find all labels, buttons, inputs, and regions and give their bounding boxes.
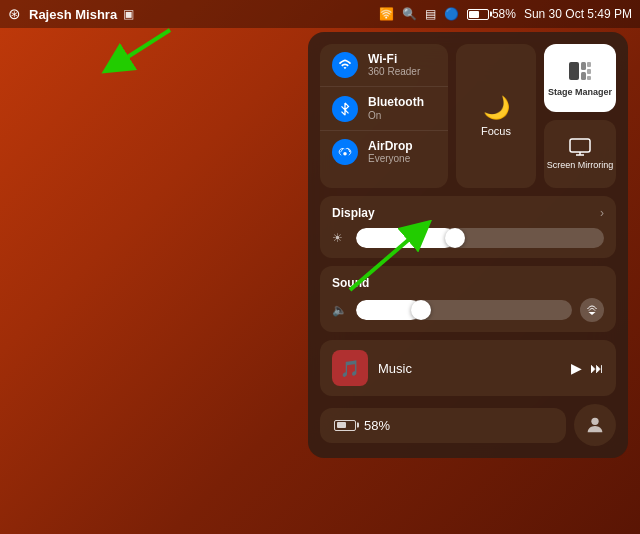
window-switcher-icon[interactable]: ▣ <box>123 7 134 21</box>
svg-rect-7 <box>587 62 591 67</box>
airdrop-icon <box>332 139 358 165</box>
volume-slider-row: 🔈 <box>332 298 604 322</box>
display-section: Display › ☀ <box>320 196 616 258</box>
svg-rect-4 <box>569 62 579 80</box>
music-controls: ▶ ⏭ <box>571 360 604 376</box>
bluetooth-item[interactable]: Bluetooth On <box>320 87 448 130</box>
volume-icon: 🔈 <box>332 303 348 317</box>
screen-mirroring-icon <box>569 138 591 156</box>
search-menubar-icon[interactable]: 🔍 <box>402 7 417 21</box>
apple-icon[interactable]: ⊛ <box>8 5 21 23</box>
battery-inner <box>337 422 347 428</box>
focus-panel[interactable]: 🌙 Focus <box>456 44 536 188</box>
control-center-menubar-icon[interactable]: ▤ <box>425 7 436 21</box>
connectivity-panel: Wi-Fi 360 Reader Bluetooth On <box>320 44 448 188</box>
top-section: Wi-Fi 360 Reader Bluetooth On <box>320 44 616 188</box>
bluetooth-icon <box>332 96 358 122</box>
display-title: Display <box>332 206 375 220</box>
wifi-name: Wi-Fi <box>368 52 436 66</box>
bluetooth-text: Bluetooth On <box>368 95 436 121</box>
bottom-row: 58% <box>320 404 616 446</box>
user-account-button[interactable] <box>574 404 616 446</box>
wifi-menubar-icon[interactable]: 🛜 <box>379 7 394 21</box>
svg-rect-6 <box>581 72 586 80</box>
menubar-time: Sun 30 Oct 5:49 PM <box>524 7 632 21</box>
svg-point-11 <box>591 418 598 425</box>
battery-percent-panel: 58% <box>364 418 390 433</box>
brightness-slider-row: ☀ <box>332 228 604 248</box>
music-play-button[interactable]: ▶ <box>571 360 582 376</box>
brightness-fill <box>356 228 455 248</box>
control-center-panel: Wi-Fi 360 Reader Bluetooth On <box>308 32 628 458</box>
green-arrow-top <box>100 20 180 80</box>
sound-header: Sound <box>332 276 604 290</box>
menubar-app-name: Rajesh Mishra <box>29 7 117 22</box>
battery-status: 58% <box>467 7 516 21</box>
music-artwork: 🎵 <box>332 350 368 386</box>
menubar-left: ⊛ Rajesh Mishra ▣ <box>8 5 379 23</box>
screen-mirroring-label: Screen Mirroring <box>547 160 614 171</box>
menubar: ⊛ Rajesh Mishra ▣ 🛜 🔍 ▤ 🔵 58% Sun 30 Oct… <box>0 0 640 28</box>
battery-bar-icon <box>334 420 356 431</box>
sound-section: Sound 🔈 <box>320 266 616 332</box>
airplay-button[interactable] <box>580 298 604 322</box>
stage-manager-button[interactable]: Stage Manager <box>544 44 616 112</box>
battery-icon <box>467 9 489 20</box>
battery-fill <box>469 11 479 18</box>
stage-manager-icon <box>568 59 592 83</box>
svg-rect-9 <box>587 76 591 80</box>
wifi-sub: 360 Reader <box>368 66 436 78</box>
music-app-title: Music <box>378 361 561 376</box>
svg-rect-8 <box>587 69 591 74</box>
manager-stack: Stage Manager Screen Mirroring <box>544 44 616 188</box>
music-section: 🎵 Music ▶ ⏭ <box>320 340 616 396</box>
display-chevron-icon[interactable]: › <box>600 206 604 220</box>
svg-rect-10 <box>570 139 590 152</box>
volume-slider[interactable] <box>356 300 572 320</box>
svg-line-1 <box>115 30 170 65</box>
screen-mirroring-button[interactable]: Screen Mirroring <box>544 120 616 188</box>
battery-percent-menubar: 58% <box>492 7 516 21</box>
siri-menubar-icon[interactable]: 🔵 <box>444 7 459 21</box>
wifi-icon <box>332 52 358 78</box>
airdrop-name: AirDrop <box>368 139 436 153</box>
display-header: Display › <box>332 206 604 220</box>
battery-body <box>334 420 356 431</box>
battery-panel: 58% <box>320 408 566 443</box>
airdrop-item[interactable]: AirDrop Everyone <box>320 131 448 173</box>
brightness-icon: ☀ <box>332 231 348 245</box>
airdrop-sub: Everyone <box>368 153 436 165</box>
brightness-slider[interactable] <box>356 228 604 248</box>
bluetooth-sub: On <box>368 110 436 122</box>
menubar-right: 🛜 🔍 ▤ 🔵 58% Sun 30 Oct 5:49 PM <box>379 7 632 21</box>
music-forward-button[interactable]: ⏭ <box>590 360 604 376</box>
brightness-thumb[interactable] <box>445 228 465 248</box>
focus-moon-icon: 🌙 <box>483 95 510 121</box>
airdrop-text: AirDrop Everyone <box>368 139 436 165</box>
stage-manager-label: Stage Manager <box>548 87 612 98</box>
sound-title: Sound <box>332 276 369 290</box>
volume-thumb[interactable] <box>411 300 431 320</box>
bluetooth-name: Bluetooth <box>368 95 436 109</box>
svg-rect-5 <box>581 62 586 70</box>
focus-label: Focus <box>481 125 511 137</box>
wifi-text: Wi-Fi 360 Reader <box>368 52 436 78</box>
wifi-item[interactable]: Wi-Fi 360 Reader <box>320 44 448 87</box>
